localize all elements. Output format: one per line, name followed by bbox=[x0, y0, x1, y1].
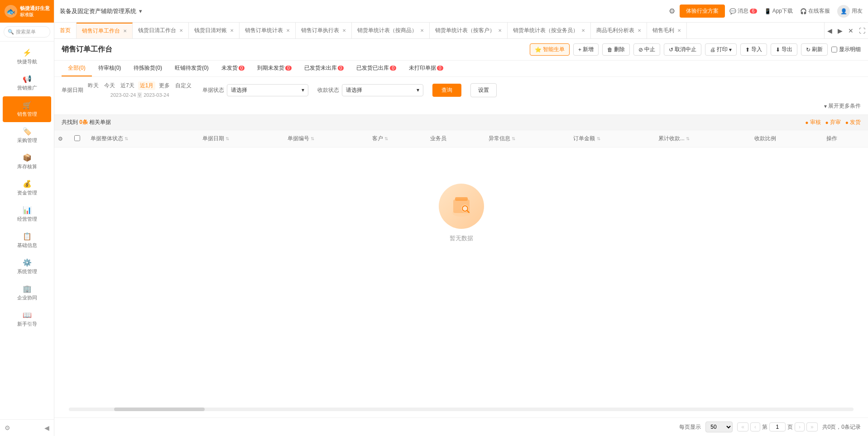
tab-sales-order-close[interactable]: ✕ bbox=[123, 28, 127, 33]
page-last-button[interactable]: » bbox=[806, 422, 818, 431]
tab-maximize-button[interactable]: ⛶ bbox=[856, 23, 868, 39]
user-area[interactable]: 👤 用友 bbox=[837, 5, 863, 18]
tab-prev-button[interactable]: ◀ bbox=[825, 23, 835, 39]
col-collected-sort-icon[interactable]: ⇅ bbox=[686, 136, 690, 141]
tab-home[interactable]: 首页 bbox=[54, 23, 77, 39]
sidebar-settings-button[interactable]: ⚙ bbox=[5, 424, 10, 431]
sub-tab-not-shipped[interactable]: 未发货0 bbox=[215, 61, 251, 76]
sidebar-item-enterprise[interactable]: 🏢 企业协同 bbox=[3, 280, 51, 306]
tab-sales-profit[interactable]: 销售毛利 ✕ bbox=[647, 23, 687, 39]
sub-tab-not-printed[interactable]: 未打印单据0 bbox=[403, 61, 450, 76]
sub-tab-wangpu[interactable]: 旺铺待发货(0) bbox=[168, 61, 215, 76]
tab-next-button[interactable]: ▶ bbox=[835, 23, 845, 39]
sub-tab-shipped-not-out[interactable]: 已发货未出库0 bbox=[298, 61, 350, 76]
col-customer-sort-icon[interactable]: ⇅ bbox=[384, 136, 388, 141]
message-button[interactable]: 💬 消息 6 bbox=[729, 7, 757, 15]
import-button[interactable]: ⬆ 导入 bbox=[740, 43, 767, 56]
tab-sales-summary-customer[interactable]: 销货单统计表（按客户） ✕ bbox=[430, 23, 508, 39]
refresh-button[interactable]: ↻ 刷新 bbox=[801, 43, 828, 56]
page-first-button[interactable]: « bbox=[737, 422, 748, 431]
sidebar-collapse-button[interactable]: ◀ bbox=[44, 424, 49, 431]
tab-sales-exec[interactable]: 销售订单执行表 ✕ bbox=[296, 23, 352, 39]
sidebar-item-purchase[interactable]: 🏷️ 采购管理 bbox=[3, 123, 51, 148]
tab-cash-daily[interactable]: 钱货日清工作台 ✕ bbox=[133, 23, 189, 39]
tab-sales-summary-customer-close[interactable]: ✕ bbox=[498, 28, 502, 33]
industry-solution-button[interactable]: 体验行业方案 bbox=[680, 5, 725, 18]
page-size-select[interactable]: 10 20 50 100 bbox=[705, 422, 733, 432]
scrollbar-track[interactable] bbox=[69, 408, 854, 411]
tab-cash-reconcile[interactable]: 钱货日清对账 ✕ bbox=[189, 23, 240, 39]
scrollbar-thumb[interactable] bbox=[114, 408, 205, 411]
tab-sales-summary-staff[interactable]: 销货单统计表（按业务员） ✕ bbox=[508, 23, 591, 39]
show-detail-checkbox[interactable] bbox=[831, 47, 837, 52]
col-abnormal-sort-icon[interactable]: ⇅ bbox=[512, 136, 515, 141]
date-opt-more[interactable]: 更多 bbox=[157, 81, 172, 90]
date-opt-today[interactable]: 今天 bbox=[102, 81, 117, 90]
tab-cash-reconcile-close[interactable]: ✕ bbox=[230, 28, 234, 33]
date-opt-7days[interactable]: 近7天 bbox=[119, 81, 136, 90]
sidebar-item-inventory[interactable]: 📦 库存核算 bbox=[3, 149, 51, 175]
page-input[interactable] bbox=[769, 422, 786, 431]
not-shipped-badge: 0 bbox=[239, 66, 245, 71]
settings-button[interactable]: ⚙ bbox=[669, 7, 675, 15]
sub-tab-overdue-not-shipped[interactable]: 到期未发货0 bbox=[251, 61, 298, 76]
search-menu-button[interactable]: 🔍 搜索菜单 bbox=[4, 26, 50, 38]
sidebar-item-operation[interactable]: 📊 经营管理 bbox=[3, 201, 51, 227]
sub-tab-shipped-out[interactable]: 已发货已出库0 bbox=[350, 61, 403, 76]
sidebar-item-quick-nav[interactable]: ⚡ 快捷导航 bbox=[3, 44, 51, 70]
print-button[interactable]: 🖨 打印 ▾ bbox=[705, 43, 737, 56]
date-opt-1month[interactable]: 近1月 bbox=[138, 81, 156, 90]
tab-sales-stat-close[interactable]: ✕ bbox=[286, 28, 290, 33]
tab-cash-daily-close[interactable]: ✕ bbox=[179, 28, 183, 33]
smart-generate-button[interactable]: ⭐ 智能生单 bbox=[530, 43, 570, 56]
sub-tab-pending-check[interactable]: 待拣验货(0) bbox=[127, 61, 168, 76]
sidebar-item-base-info[interactable]: 📋 基础信息 bbox=[3, 227, 51, 253]
batch-ship-button[interactable]: ● 发货 bbox=[845, 118, 861, 126]
tab-sales-summary-staff-close[interactable]: ✕ bbox=[581, 28, 585, 33]
batch-cancel-review-button[interactable]: ● 弃审 bbox=[825, 118, 841, 126]
expand-more-button[interactable]: ▾ 展开更多条件 bbox=[824, 102, 861, 110]
sub-tab-all[interactable]: 全部(0) bbox=[62, 61, 92, 76]
page-next-button[interactable]: › bbox=[795, 422, 805, 431]
add-button[interactable]: + 新增 bbox=[573, 43, 599, 56]
col-settings[interactable]: ⚙ bbox=[54, 130, 71, 147]
tab-sales-order[interactable]: 销售订单工作台 ✕ bbox=[77, 23, 133, 39]
tab-sales-summary-product-close[interactable]: ✕ bbox=[420, 28, 424, 33]
set-button[interactable]: 设置 bbox=[470, 83, 497, 97]
export-button[interactable]: ⬇ 导出 bbox=[771, 43, 797, 56]
date-opt-yesterday[interactable]: 昨天 bbox=[86, 81, 101, 90]
tab-sales-stat[interactable]: 销售订单统计表 ✕ bbox=[240, 23, 296, 39]
tab-margin-analysis-close[interactable]: ✕ bbox=[638, 28, 641, 33]
cancel-suspend-button[interactable]: ↺ 取消中止 bbox=[664, 43, 701, 56]
settings-gear-icon[interactable]: ⚙ bbox=[58, 136, 63, 142]
select-all-checkbox[interactable] bbox=[74, 135, 80, 141]
online-service-button[interactable]: 🎧 在线客服 bbox=[800, 7, 830, 15]
tab-margin-analysis[interactable]: 商品毛利分析表 ✕ bbox=[591, 23, 647, 39]
tab-sales-summary-product[interactable]: 销货单统计表（按商品） ✕ bbox=[352, 23, 430, 39]
sidebar-item-finance[interactable]: 💰 资金管理 bbox=[3, 175, 51, 201]
col-status-sort-icon[interactable]: ⇅ bbox=[125, 136, 128, 141]
col-amount-sort-icon[interactable]: ⇅ bbox=[597, 136, 600, 141]
tab-close-all-button[interactable]: ✕ bbox=[845, 23, 856, 39]
sub-tab-pending-review[interactable]: 待审核(0) bbox=[92, 61, 128, 76]
sidebar-item-guide[interactable]: 📖 新手引导 bbox=[3, 306, 51, 332]
col-date-sort-icon[interactable]: ⇅ bbox=[225, 136, 229, 141]
col-number-sort-icon[interactable]: ⇅ bbox=[311, 136, 314, 141]
date-opt-custom[interactable]: 自定义 bbox=[173, 81, 193, 90]
sidebar-item-system[interactable]: ⚙️ 系统管理 bbox=[3, 254, 51, 280]
suspend-button[interactable]: ⊘ 中止 bbox=[633, 43, 660, 56]
show-detail-label[interactable]: 显示明细 bbox=[831, 46, 861, 53]
query-button[interactable]: 查询 bbox=[432, 84, 461, 97]
sidebar-item-marketing[interactable]: 📢 营销推广 bbox=[3, 70, 51, 96]
tab-sales-exec-close[interactable]: ✕ bbox=[342, 28, 346, 33]
status-select[interactable]: 请选择 ▾ bbox=[227, 84, 308, 96]
col-checkbox[interactable] bbox=[71, 130, 87, 147]
sidebar-item-sales[interactable]: 🛒 销售管理 bbox=[3, 96, 51, 122]
delete-button[interactable]: 🗑 删除 bbox=[602, 43, 630, 56]
payment-select[interactable]: 请选择 ▾ bbox=[342, 84, 423, 96]
module-dropdown-button[interactable]: ▾ bbox=[139, 8, 142, 14]
app-download-button[interactable]: 📱 App下载 bbox=[764, 7, 793, 15]
page-prev-button[interactable]: ‹ bbox=[750, 422, 760, 431]
batch-review-button[interactable]: ● 审核 bbox=[805, 118, 820, 126]
tab-sales-profit-close[interactable]: ✕ bbox=[677, 28, 681, 33]
